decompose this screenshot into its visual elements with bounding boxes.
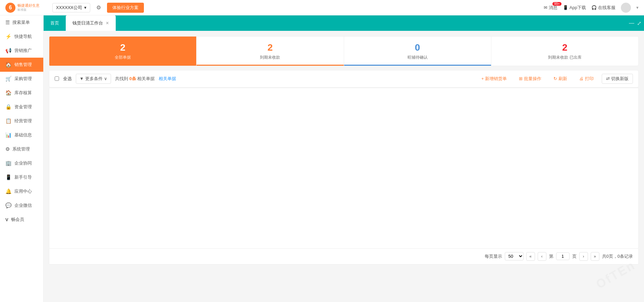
sidebar-item-inventory[interactable]: 🏠 库存核算 [0, 86, 43, 100]
app-label: App下载 [570, 5, 586, 11]
sidebar-item-quicknav[interactable]: ⚡ 快捷导航 [0, 29, 43, 44]
chevron-down-icon: ▾ [84, 5, 87, 10]
sidebar-item-enterprise[interactable]: 🏢 企业协同 [0, 156, 43, 170]
sidebar-item-appcenter[interactable]: 🔔 应用中心 [0, 184, 43, 198]
tab-minimize-button[interactable]: — [629, 20, 634, 26]
sidebar-item-finance[interactable]: 🔒 资金管理 [0, 100, 43, 114]
sidebar-item-marketing-label: 营销推广 [14, 48, 32, 54]
messages-button[interactable]: ✉ 消息 99+ [544, 5, 557, 11]
switch-version-button[interactable]: ⇄ 切换新版 [602, 74, 633, 84]
batch-label: 批量操作 [524, 76, 541, 82]
message-icon: ✉ [544, 5, 547, 10]
sales-icon: 🏠 [5, 62, 12, 68]
stats-row: 2 全部单据 2 到期未收款 0 旺辅待确认 2 到期未收款 已出库 [49, 36, 639, 66]
refresh-label: 刷新 [558, 76, 567, 82]
stat-pending-num: 0 [351, 42, 484, 53]
sidebar-item-search[interactable]: ☰ 搜索菜单 [0, 15, 43, 29]
service-label: 在线客服 [598, 5, 615, 11]
page-number-input[interactable] [556, 252, 570, 260]
company-name: XXXXXX公司 [56, 5, 82, 11]
app-version: 标准版 [17, 8, 40, 12]
last-page-button[interactable]: » [591, 252, 599, 261]
stat-pending[interactable]: 0 旺辅待确认 [344, 37, 491, 66]
sidebar-item-purchase[interactable]: 🛒 采购管理 [0, 72, 43, 86]
appcenter-icon: 🔔 [5, 188, 12, 194]
sidebar-item-purchase-label: 采购管理 [14, 76, 32, 82]
batch-operation-button[interactable]: ⊞ 批量操作 [515, 74, 545, 83]
tab-bar-actions: — ⤢ [629, 20, 644, 26]
filter-button[interactable]: ▼ 更多条件 ∨ [76, 74, 111, 84]
toolbar-right: + 新增销货单 ⊞ 批量操作 ↻ 刷新 🖨 打印 ⇄ 切换新版 [477, 74, 633, 84]
select-all-checkbox[interactable] [55, 76, 59, 81]
logo-icon: 6 [5, 3, 15, 13]
tab-bar: 首页 钱货日清工作台 ✕ — ⤢ [44, 15, 644, 31]
sidebar-item-appcenter-label: 应用中心 [14, 188, 32, 194]
sidebar-item-weixin[interactable]: 💬 企业微信 [0, 198, 43, 213]
company-selector[interactable]: XXXXXX公司 ▾ [52, 3, 90, 12]
settings-icon[interactable]: ⚙ [94, 3, 104, 13]
sidebar-item-sales-label: 销售管理 [14, 62, 32, 68]
first-page-button[interactable]: « [526, 252, 535, 261]
sidebar-item-marketing[interactable]: 📢 营销推广 [0, 44, 43, 58]
app-logo: 6 畅捷通好生意 标准版 [5, 3, 49, 13]
stat-overdue-shipped[interactable]: 2 到期未收款 已出库 [491, 37, 638, 66]
related-link[interactable]: 相关单据 [159, 76, 176, 82]
new-sale-order-button[interactable]: + 新增销货单 [477, 74, 511, 83]
sidebar-item-newbie[interactable]: 📱 新手引导 [0, 170, 43, 184]
sidebar-item-basics[interactable]: 📊 基础信息 [0, 128, 43, 142]
per-page-label: 每页显示 [485, 253, 502, 259]
sidebar-item-search-label: 搜索菜单 [12, 19, 30, 25]
avatar[interactable] [621, 3, 631, 13]
refresh-button[interactable]: ↻ 刷新 [549, 74, 571, 83]
stat-overdue-label: 到期未收款 [203, 55, 337, 60]
print-icon: 🖨 [579, 76, 584, 81]
sidebar-item-system[interactable]: ⚙ 系统管理 [0, 142, 43, 156]
app-download-button[interactable]: 📱 App下载 [563, 5, 586, 11]
stat-all-num: 2 [56, 42, 190, 53]
stat-all-label: 全部单据 [56, 55, 190, 60]
purchase-icon: 🛒 [5, 76, 12, 82]
sidebar-item-inventory-label: 库存核算 [14, 90, 32, 96]
switch-icon: ⇄ [606, 76, 610, 81]
page-unit: 页 [572, 253, 577, 259]
print-button[interactable]: 🖨 打印 [575, 74, 598, 83]
found-count: 0条 [129, 76, 136, 81]
online-service-button[interactable]: 🎧 在线客服 [591, 5, 615, 11]
sidebar-item-operations[interactable]: 📋 经营管理 [0, 114, 43, 128]
message-badge: 99+ [552, 2, 561, 6]
tab-expand-button[interactable]: ⤢ [637, 20, 641, 26]
tab-home[interactable]: 首页 [44, 15, 66, 31]
toolbar: 全选 ▼ 更多条件 ∨ 共找到 0条 相关单据 相关单据 + 新增销货单 ⊞ 批… [49, 70, 639, 87]
stat-overdue[interactable]: 2 到期未收款 [197, 37, 344, 66]
sidebar-item-enterprise-label: 企业协同 [14, 160, 32, 166]
weixin-icon: 💬 [5, 202, 12, 208]
stat-pending-underline [344, 65, 491, 66]
sidebar: ☰ 搜索菜单 ⚡ 快捷导航 📢 营销推广 🏠 销售管理 🛒 采购管理 🏠 库存核… [0, 15, 44, 302]
member-icon: V [5, 217, 8, 222]
main-content: 2 全部单据 2 到期未收款 0 旺辅待确认 2 到期未收款 已出库 全选 ▼ … [44, 31, 644, 302]
sidebar-item-finance-label: 资金管理 [14, 104, 32, 110]
sidebar-item-sales[interactable]: 🏠 销售管理 [0, 58, 43, 72]
filter-label: 更多条件 [85, 76, 103, 82]
switch-label: 切换新版 [611, 76, 629, 81]
table-area [49, 88, 639, 249]
search-menu-icon: ☰ [5, 19, 10, 25]
pagination: 每页显示 50 20 100 200 « ‹ 第 页 › » 共0页，0条记录 [49, 249, 639, 264]
system-icon: ⚙ [5, 146, 10, 152]
tab-close-icon[interactable]: ✕ [106, 21, 109, 25]
prev-page-button[interactable]: ‹ [538, 252, 546, 261]
select-all-label: 全选 [63, 76, 72, 82]
trial-button[interactable]: 体验行业方案 [107, 3, 144, 13]
basics-icon: 📊 [5, 132, 12, 138]
next-page-button[interactable]: › [579, 252, 588, 261]
tab-workbench[interactable]: 钱货日清工作台 ✕ [66, 15, 116, 31]
sidebar-item-member-label: 畅会员 [11, 217, 24, 223]
tab-workbench-label: 钱货日清工作台 [72, 20, 103, 26]
mobile-icon: 📱 [563, 5, 568, 10]
filter-arrow-icon: ∨ [104, 76, 107, 81]
sidebar-item-member[interactable]: V 畅会员 [0, 213, 43, 227]
stat-all[interactable]: 2 全部单据 [49, 37, 197, 66]
per-page-select[interactable]: 50 20 100 200 [505, 252, 524, 260]
stat-overdue-underline [197, 65, 343, 66]
topbar-right: ✉ 消息 99+ 📱 App下载 🎧 在线客服 ▾ [544, 3, 639, 13]
